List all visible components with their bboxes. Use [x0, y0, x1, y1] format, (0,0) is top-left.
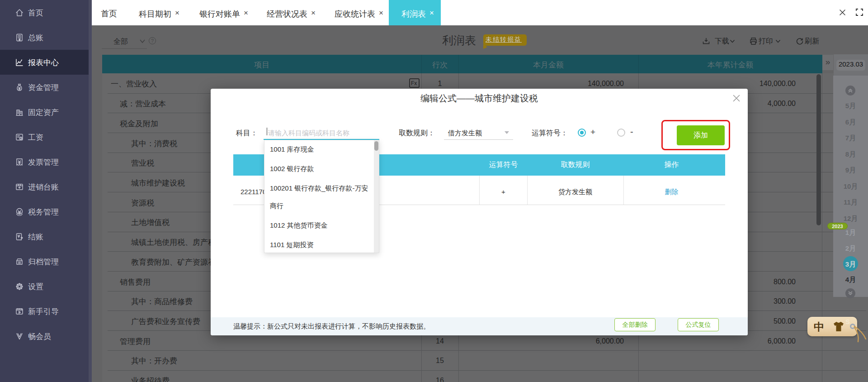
- svg-text:Fx: Fx: [411, 80, 417, 86]
